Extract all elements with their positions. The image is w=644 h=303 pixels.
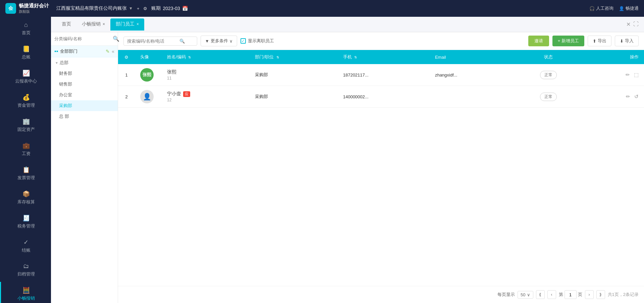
sidebar-item-general-ledger[interactable]: 📒 总账 — [0, 41, 51, 65]
invite-button[interactable]: 邀请 — [528, 36, 549, 46]
row2-edit-icon[interactable]: ✏ — [626, 94, 630, 100]
gear-icon: ⚙ — [143, 6, 147, 11]
dept-search-icon[interactable]: 🔍 — [113, 36, 119, 42]
total-records: 共1页，2条记录 — [608, 292, 639, 298]
checkbox-icon: ✓ — [240, 38, 246, 44]
period-label: 账期 — [151, 5, 161, 11]
page-size-selector[interactable]: 50 ∨ — [518, 291, 533, 299]
window-close-icon[interactable]: ✕ — [626, 21, 631, 28]
employees-data-table: ⚙ 头像 姓名/编码 ⇅ 部门/职位 ⇅ — [118, 50, 644, 108]
calendar-icon[interactable]: 📅 — [182, 6, 188, 11]
prev-page-button[interactable]: ‹ — [547, 290, 556, 299]
sidebar-item-close-accounts[interactable]: ✓ 结账 — [0, 234, 51, 258]
dept-panel: 🔍 ▪▪ 全部部门 ✎ « ▼ 总部 财务部 — [51, 32, 118, 303]
archive-icon: 🗂 — [23, 263, 29, 270]
dept-item-sales[interactable]: 销售部 — [51, 79, 118, 90]
sidebar-label-expense: 小畅报销 — [17, 295, 35, 301]
page-size-label: 每页显示 — [497, 292, 515, 298]
row2-name: 宁小壹 — [167, 91, 181, 97]
settings-button[interactable]: ⚙ — [143, 6, 147, 11]
logo-area: 会 畅捷通好会计 旗舰版 — [5, 3, 52, 14]
first-page-button[interactable]: ⟪ — [536, 290, 545, 299]
dept-collapse-icon[interactable]: « — [112, 49, 114, 54]
sidebar: ⌂ 首页 📒 总账 📈 云报表中心 💰 资金管理 🏢 固定资产 💼 工资 📋 发… — [0, 17, 51, 303]
sidebar-item-payroll[interactable]: 💼 工资 — [0, 137, 51, 161]
company-name: 江西服宝精品有限责任公司内账张 — [56, 5, 127, 11]
report-icon: 📈 — [22, 69, 30, 77]
content-area: 首页 小畅报销 × 部门员工 × ✕ ⛶ 🔍 — [51, 17, 644, 303]
last-page-button[interactable]: ⟫ — [596, 290, 605, 299]
sidebar-item-funds[interactable]: 💰 资金管理 — [0, 89, 51, 113]
show-resigned-checkbox[interactable]: ✓ 显示离职员工 — [240, 38, 274, 44]
table-row: 1 张熙 张熙 11 — [118, 64, 644, 86]
row1-edit-icon[interactable]: ✏ — [626, 72, 630, 78]
row2-refresh-icon[interactable]: ↺ — [634, 94, 639, 100]
sidebar-item-reports[interactable]: 📈 云报表中心 — [0, 65, 51, 89]
col-settings[interactable]: ⚙ — [118, 50, 135, 64]
service-button[interactable]: 🎧 人工咨询 — [589, 5, 613, 11]
sidebar-item-inventory[interactable]: 📦 库存核算 — [0, 186, 51, 210]
sidebar-item-archive[interactable]: 🗂 归档管理 — [0, 258, 51, 282]
dept-all-label: 全部部门 — [60, 48, 104, 54]
tab-home[interactable]: 首页 — [56, 18, 76, 31]
tax-icon: 🧾 — [22, 214, 30, 222]
service-label: 人工咨询 — [596, 5, 613, 11]
row1-delete-icon[interactable]: ⬚ — [634, 72, 639, 78]
tab-window-controls: ✕ ⛶ — [626, 21, 639, 28]
dept-item-office[interactable]: 办公室 — [51, 90, 118, 100]
filter-button[interactable]: ▼ 更多条件 ∨ — [201, 36, 237, 46]
add-employee-button[interactable]: + 新增员工 — [552, 36, 584, 46]
period-info: 账期 2023-03 📅 — [151, 5, 187, 11]
tab-employees-close-icon[interactable]: × — [137, 22, 139, 27]
assets-icon: 🏢 — [22, 118, 30, 125]
employee-search-icon[interactable]: 🔍 — [179, 39, 185, 44]
filter-icon: ▼ — [205, 39, 209, 44]
sidebar-label-payroll: 工资 — [22, 151, 31, 157]
dept-grid-icon: ▪▪ — [54, 48, 58, 54]
close-accounts-icon: ✓ — [23, 239, 29, 246]
user-label: 畅捷通 — [626, 5, 639, 11]
sidebar-item-assets[interactable]: 🏢 固定资产 — [0, 113, 51, 137]
page-size-chevron-icon: ∨ — [527, 292, 530, 297]
row1-status-badge: 正常 — [540, 71, 557, 79]
employee-search-input[interactable] — [127, 39, 177, 44]
dept-all-departments[interactable]: ▪▪ 全部部门 ✎ « — [51, 46, 118, 57]
sidebar-item-invoice[interactable]: 📋 发票管理 — [0, 161, 51, 186]
import-button[interactable]: ⬇ 导入 — [615, 36, 639, 46]
logo-icon: 会 — [5, 3, 16, 14]
next-page-button[interactable]: › — [585, 290, 594, 299]
page-number-input[interactable] — [565, 290, 577, 299]
home-icon: ⌂ — [24, 21, 28, 29]
tab-expense[interactable]: 小畅报销 × — [76, 18, 110, 31]
add-button[interactable]: + — [137, 6, 140, 11]
expand-arrow-icon: ▼ — [55, 61, 58, 65]
window-expand-icon[interactable]: ⛶ — [633, 21, 639, 28]
sidebar-item-expense[interactable]: 🧮 小畅报销 — [0, 282, 51, 303]
col-avatar: 头像 — [135, 50, 162, 64]
col-phone[interactable]: 手机 ⇅ — [338, 50, 430, 64]
col-name-code[interactable]: 姓名/编码 ⇅ — [162, 50, 250, 64]
dept-item-purchasing[interactable]: 采购部 — [51, 100, 118, 111]
headset-icon: 🎧 — [589, 6, 595, 11]
dept-item-general-hq[interactable]: 总 部 — [51, 111, 118, 122]
expense-icon: 🧮 — [22, 287, 30, 294]
dropdown-arrow-icon: ▼ — [129, 6, 133, 11]
col-dept-position[interactable]: 部门/职位 ⇅ — [250, 50, 337, 64]
sidebar-item-home[interactable]: ⌂ 首页 — [0, 17, 51, 41]
dept-search-input[interactable] — [54, 36, 111, 41]
tab-expense-close-icon[interactable]: × — [103, 22, 105, 27]
export-button[interactable]: ⬆ 导出 — [588, 36, 611, 46]
tab-employees[interactable]: 部门员工 × — [110, 18, 144, 31]
company-selector[interactable]: 江西服宝精品有限责任公司内账张 ▼ — [56, 5, 133, 11]
dept-item-finance[interactable]: 财务部 — [51, 68, 118, 79]
invite-label: 邀请 — [534, 38, 543, 43]
sidebar-item-tax[interactable]: 🧾 税务管理 — [0, 210, 51, 234]
row1-actions: ✏ ⬚ — [584, 64, 644, 86]
employee-toolbar: 🔍 ▼ 更多条件 ∨ ✓ 显示离职员工 邀请 — [118, 32, 644, 50]
export-icon: ⬆ — [593, 39, 596, 44]
top-header: 会 畅捷通好会计 旗舰版 江西服宝精品有限责任公司内账张 ▼ + ⚙ 账期 20… — [0, 0, 644, 17]
dept-edit-icon[interactable]: ✎ — [106, 49, 110, 54]
user-button[interactable]: 👤 畅捷通 — [619, 5, 639, 11]
main-layout: ⌂ 首页 📒 总账 📈 云报表中心 💰 资金管理 🏢 固定资产 💼 工资 📋 发… — [0, 17, 644, 303]
dept-item-headquarters[interactable]: ▼ 总部 — [51, 57, 118, 68]
